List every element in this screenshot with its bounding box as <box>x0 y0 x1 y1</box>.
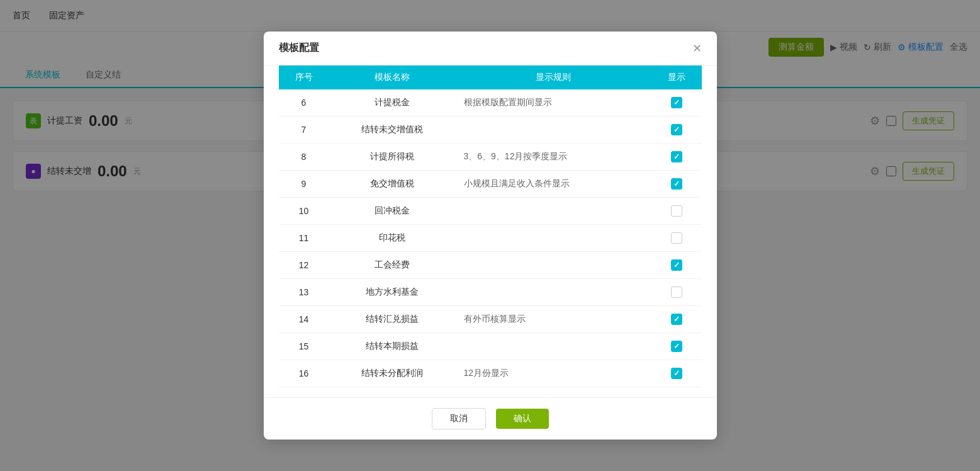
cell-name-13: 地方水利基金 <box>329 279 455 306</box>
checkbox-7[interactable] <box>671 124 682 135</box>
cell-index-15: 15 <box>279 333 329 360</box>
cell-checkbox-7 <box>651 116 702 144</box>
table-header-row: 序号 模板名称 显示规则 显示 <box>279 65 702 89</box>
modal-body: 序号 模板名称 显示规则 显示 6计提税金根据模版配置期间显示7结转未交增值税8… <box>264 65 717 397</box>
cell-checkbox-16 <box>651 360 702 387</box>
cell-checkbox-6 <box>651 89 702 116</box>
modal-template-config: 模板配置 ✕ 序号 模板名称 显示规则 显示 6计提税金根据模版配置期间显示7结… <box>264 31 717 440</box>
cell-name-12: 工会经费 <box>329 252 455 279</box>
cell-index-7: 7 <box>279 116 329 144</box>
modal-header: 模板配置 ✕ <box>264 31 717 65</box>
config-table: 序号 模板名称 显示规则 显示 6计提税金根据模版配置期间显示7结转未交增值税8… <box>279 65 702 387</box>
cell-index-12: 12 <box>279 252 329 279</box>
checkbox-9[interactable] <box>671 178 682 190</box>
cell-index-6: 6 <box>279 89 329 116</box>
cell-checkbox-15 <box>651 333 702 360</box>
checkbox-13[interactable] <box>671 287 682 298</box>
cell-name-16: 结转未分配利润 <box>329 360 455 387</box>
cell-rule-7 <box>455 116 651 144</box>
cell-name-6: 计提税金 <box>329 89 455 116</box>
cell-index-10: 10 <box>279 198 329 225</box>
table-row: 10回冲税金 <box>279 198 702 225</box>
col-header-display: 显示 <box>651 65 702 89</box>
modal-title: 模板配置 <box>279 42 319 55</box>
cell-index-9: 9 <box>279 171 329 198</box>
cell-name-7: 结转未交增值税 <box>329 116 455 144</box>
cell-name-11: 印花税 <box>329 225 455 252</box>
cell-rule-6: 根据模版配置期间显示 <box>455 89 651 116</box>
modal-footer: 取消 确认 <box>264 397 717 440</box>
table-row: 7结转未交增值税 <box>279 116 702 144</box>
checkbox-10[interactable] <box>671 205 682 217</box>
cell-name-10: 回冲税金 <box>329 198 455 225</box>
cell-index-8: 8 <box>279 144 329 171</box>
cell-checkbox-10 <box>651 198 702 225</box>
cell-checkbox-12 <box>651 252 702 279</box>
checkbox-15[interactable] <box>671 341 682 352</box>
cell-checkbox-9 <box>651 171 702 198</box>
checkbox-16[interactable] <box>671 368 682 379</box>
col-header-index: 序号 <box>279 65 329 89</box>
cell-rule-13 <box>455 279 651 306</box>
col-header-name: 模板名称 <box>329 65 455 89</box>
confirm-button[interactable]: 确认 <box>496 409 549 429</box>
table-row: 16结转未分配利润12月份显示 <box>279 360 702 387</box>
checkbox-14[interactable] <box>671 314 682 325</box>
cell-index-11: 11 <box>279 225 329 252</box>
cancel-button[interactable]: 取消 <box>432 408 486 429</box>
table-body: 6计提税金根据模版配置期间显示7结转未交增值税8计提所得税3、6、9、12月按季… <box>279 89 702 387</box>
cell-index-14: 14 <box>279 306 329 333</box>
checkbox-6[interactable] <box>671 97 682 108</box>
modal-overlay: 模板配置 ✕ 序号 模板名称 显示规则 显示 6计提税金根据模版配置期间显示7结… <box>0 0 980 471</box>
cell-rule-9: 小规模且满足收入条件显示 <box>455 171 651 198</box>
cell-rule-10 <box>455 198 651 225</box>
table-row: 15结转本期损益 <box>279 333 702 360</box>
checkbox-12[interactable] <box>671 259 682 271</box>
cell-name-14: 结转汇兑损益 <box>329 306 455 333</box>
cell-rule-15 <box>455 333 651 360</box>
table-row: 8计提所得税3、6、9、12月按季度显示 <box>279 144 702 171</box>
cell-rule-11 <box>455 225 651 252</box>
cell-rule-16: 12月份显示 <box>455 360 651 387</box>
cell-index-13: 13 <box>279 279 329 306</box>
cell-rule-12 <box>455 252 651 279</box>
cell-checkbox-11 <box>651 225 702 252</box>
col-header-rule: 显示规则 <box>455 65 651 89</box>
cell-checkbox-13 <box>651 279 702 306</box>
checkbox-11[interactable] <box>671 232 682 244</box>
table-row: 13地方水利基金 <box>279 279 702 306</box>
table-row: 9免交增值税小规模且满足收入条件显示 <box>279 171 702 198</box>
cell-name-9: 免交增值税 <box>329 171 455 198</box>
cell-checkbox-8 <box>651 144 702 171</box>
cell-name-8: 计提所得税 <box>329 144 455 171</box>
checkbox-8[interactable] <box>671 151 682 162</box>
table-row: 11印花税 <box>279 225 702 252</box>
cell-rule-8: 3、6、9、12月按季度显示 <box>455 144 651 171</box>
cell-index-16: 16 <box>279 360 329 387</box>
modal-close-button[interactable]: ✕ <box>692 43 702 54</box>
cell-name-15: 结转本期损益 <box>329 333 455 360</box>
cell-checkbox-14 <box>651 306 702 333</box>
cell-rule-14: 有外币核算显示 <box>455 306 651 333</box>
table-row: 6计提税金根据模版配置期间显示 <box>279 89 702 116</box>
table-row: 14结转汇兑损益有外币核算显示 <box>279 306 702 333</box>
table-row: 12工会经费 <box>279 252 702 279</box>
